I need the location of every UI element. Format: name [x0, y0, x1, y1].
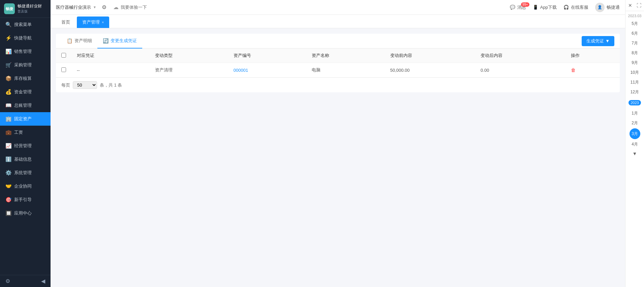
sidebar-item-basic-info[interactable]: ℹ️ 基础信息	[0, 153, 51, 166]
sidebar-label-ledger: 总账管理	[14, 102, 32, 108]
month-item[interactable]: 11月	[628, 78, 642, 87]
cell-asset-code-0: 000001	[228, 63, 306, 77]
sidebar-icon-purchase: 🛒	[5, 62, 11, 68]
settings-icon[interactable]: ⚙	[5, 278, 10, 284]
sidebar-item-sales[interactable]: 📊 销售管理	[0, 45, 51, 58]
table-header-row: 对应凭证 变动类型 资产编号 资产名称 变动前内容 变动后内容 操作	[56, 49, 620, 63]
topbar-right: 💬 消息 99+ 📱 App下载 🎧 在线客服 👤 畅捷通	[510, 3, 620, 12]
experience-label: 我要体验一下	[121, 4, 147, 10]
sidebar-icon-finance: 💰	[5, 89, 11, 95]
month-item[interactable]: 8月	[628, 49, 642, 58]
sub-tab-asset-detail[interactable]: 📋 资产明细	[61, 34, 97, 49]
generate-voucher-btn[interactable]: 生成凭证 ▼	[582, 36, 614, 46]
sidebar-bottom: ⚙ ◀	[0, 275, 51, 287]
col-asset-name: 资产名称	[306, 49, 385, 63]
sub-tab-change-voucher[interactable]: 🔄 变更生成凭证	[97, 34, 142, 49]
col-voucher: 对应凭证	[71, 49, 150, 63]
sub-tab-asset-detail-label: 资产明细	[74, 38, 92, 44]
active-tab-label: 资产管理	[82, 19, 100, 25]
month-item[interactable]: 6月	[628, 29, 642, 38]
sidebar-item-inventory[interactable]: 📦 库存核算	[0, 72, 51, 85]
app-download-btn[interactable]: 📱 App下载	[533, 4, 557, 10]
table-footer: 每页 102050100 条，共 1 条	[56, 77, 620, 92]
sidebar-icon-search: 🔍	[5, 22, 11, 28]
sub-tab-change-voucher-label: 变更生成凭证	[111, 38, 137, 44]
sidebar-item-app-center[interactable]: 🔲 应用中心	[0, 206, 51, 220]
right-panel: ✕ ⛶ 2023.03 5月6月7月8月9月10月11月12月20231月2月3…	[625, 0, 644, 287]
app-download-label: App下载	[540, 4, 557, 10]
right-panel-close-icon[interactable]: ✕	[628, 3, 632, 8]
home-tab-label: 首页	[61, 19, 70, 25]
sidebar-item-system[interactable]: ⚙️ 系统管理	[0, 166, 51, 180]
sidebar-label-finance: 资金管理	[14, 89, 32, 95]
sidebar-icon-quick-nav: ⚡	[5, 35, 11, 41]
sidebar-icon-basic-info: ℹ️	[5, 156, 11, 162]
avatar: 👤	[595, 3, 605, 12]
page-size-select[interactable]: 102050100	[73, 81, 97, 89]
notifications-icon: 💬	[510, 5, 515, 10]
right-panel-header: ✕ ⛶	[625, 0, 644, 11]
total-text: 条，共 1 条	[100, 82, 122, 88]
month-item[interactable]: 3月	[630, 128, 640, 139]
sidebar-logo: 畅捷 畅捷通好业财 普及版	[0, 0, 51, 18]
sidebar-item-operations[interactable]: 📈 经营管理	[0, 139, 51, 153]
row-checkbox-0[interactable]	[61, 67, 66, 72]
sidebar-item-search[interactable]: 🔍 搜索菜单	[0, 18, 51, 31]
sidebar-item-enterprise[interactable]: 🤝 企业协同	[0, 180, 51, 193]
month-item[interactable]: 12月	[628, 88, 642, 97]
tabs-row: 首页 资产管理 ×	[51, 15, 625, 28]
select-all-checkbox[interactable]	[61, 53, 66, 58]
sidebar-item-guide[interactable]: 🎯 新手引导	[0, 193, 51, 206]
sidebar-label-basic-info: 基础信息	[14, 156, 32, 162]
cell-before-change-0: 50,000.00	[385, 63, 475, 77]
sidebar-nav: 🔍 搜索菜单⚡ 快捷导航📊 销售管理🛒 采购管理📦 库存核算💰 资金管理📖 总账…	[0, 18, 51, 275]
col-before-change: 变动前内容	[385, 49, 475, 63]
logo-title: 畅捷通好业财	[18, 4, 42, 9]
year-badge-label: 2023	[628, 100, 641, 105]
tab-asset-management[interactable]: 资产管理 ×	[77, 17, 109, 28]
sidebar-item-salary[interactable]: 💼 工资	[0, 126, 51, 139]
experience-btn[interactable]: ☁ 我要体验一下	[113, 4, 147, 10]
sidebar-item-finance[interactable]: 💰 资金管理	[0, 85, 51, 99]
month-item[interactable]: 4月	[628, 140, 642, 149]
generate-voucher-arrow: ▼	[605, 38, 610, 43]
delete-btn-0[interactable]: 🗑	[571, 67, 576, 73]
sidebar-label-operations: 经营管理	[14, 143, 32, 149]
col-operation: 操作	[565, 49, 620, 63]
sidebar: 畅捷 畅捷通好业财 普及版 🔍 搜索菜单⚡ 快捷导航📊 销售管理🛒 采购管理📦 …	[0, 0, 51, 287]
sidebar-label-app-center: 应用中心	[14, 210, 32, 216]
user-profile[interactable]: 👤 畅捷通	[595, 3, 620, 12]
month-item[interactable]: 5月	[628, 19, 642, 28]
month-item[interactable]: 1月	[628, 109, 642, 118]
month-item[interactable]: 2月	[628, 119, 642, 128]
per-page-label: 每页	[61, 82, 70, 88]
month-item[interactable]: 10月	[628, 68, 642, 77]
sidebar-icon-sales: 📊	[5, 49, 11, 55]
month-item[interactable]: 7月	[628, 39, 642, 48]
tab-close-icon[interactable]: ×	[102, 20, 104, 24]
sidebar-item-purchase[interactable]: 🛒 采购管理	[0, 58, 51, 72]
asset-detail-icon: 📋	[67, 38, 72, 43]
sidebar-item-ledger[interactable]: 📖 总账管理	[0, 99, 51, 112]
change-voucher-table: 对应凭证 变动类型 资产编号 资产名称 变动前内容 变动后内容 操作 -- 资产…	[56, 49, 620, 77]
sidebar-item-quick-nav[interactable]: ⚡ 快捷导航	[0, 31, 51, 45]
logo-subtitle: 普及版	[18, 9, 42, 14]
month-nav-down[interactable]: ▼	[625, 150, 644, 158]
month-item[interactable]: 9月	[628, 58, 642, 67]
tab-home[interactable]: 首页	[56, 17, 75, 28]
sidebar-item-fixed-assets[interactable]: 🏢 固定资产	[0, 112, 51, 126]
customer-service-btn[interactable]: 🎧 在线客服	[563, 4, 588, 10]
sidebar-label-sales: 销售管理	[14, 49, 32, 55]
right-panel-expand-icon[interactable]: ⛶	[637, 3, 641, 8]
sidebar-icon-ledger: 📖	[5, 102, 11, 108]
customer-service-label: 在线客服	[571, 4, 588, 10]
settings-gear-icon[interactable]: ⚙	[102, 4, 106, 10]
cell-asset-name-0: 电脑	[306, 63, 385, 77]
col-asset-code: 资产编号	[228, 49, 306, 63]
generate-voucher-label: 生成凭证	[586, 38, 604, 44]
notifications-btn[interactable]: 💬 消息 99+	[510, 4, 526, 10]
sidebar-label-fixed-assets: 固定资产	[14, 116, 32, 122]
sidebar-label-enterprise: 企业协同	[14, 183, 32, 189]
collapse-icon[interactable]: ◀	[41, 278, 45, 284]
company-selector[interactable]: 医疗器械行业演示 ▼	[56, 4, 96, 10]
